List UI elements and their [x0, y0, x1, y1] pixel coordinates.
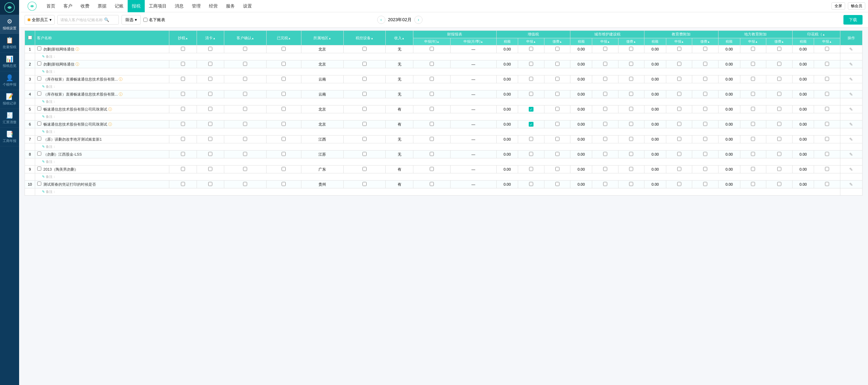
fin-year-checkbox[interactable] [430, 152, 434, 156]
taxcopy-checkbox[interactable] [181, 77, 185, 81]
declared-checkbox[interactable] [282, 47, 286, 51]
edu-declare-checkbox[interactable] [677, 152, 681, 156]
edit-note-icon[interactable]: ✎ [42, 55, 45, 58]
city-pay-checkbox[interactable] [629, 107, 633, 111]
edit-note-icon[interactable]: ✎ [42, 70, 45, 73]
confirm-checkbox[interactable] [243, 122, 247, 126]
employee-filter[interactable]: 全部员工 ▾ [25, 15, 55, 25]
local-pay-checkbox[interactable] [777, 137, 781, 141]
vat-declare-checkbox[interactable] [529, 152, 533, 156]
edu-declare-checkbox[interactable] [677, 122, 681, 126]
taxcopy-checkbox[interactable] [181, 62, 185, 66]
search-box[interactable]: 请输入客户地址/记账名称 🔍 [57, 15, 119, 25]
edu-pay-checkbox[interactable] [703, 152, 707, 156]
confirm-checkbox[interactable] [243, 107, 247, 111]
local-pay-checkbox[interactable] [777, 122, 781, 126]
confirm-checkbox[interactable] [243, 137, 247, 141]
edu-declare-checkbox[interactable] [677, 47, 681, 51]
vat-declare-checkbox[interactable] [529, 47, 533, 51]
row-select-checkbox[interactable] [37, 167, 41, 171]
row-select-checkbox[interactable] [37, 152, 41, 156]
city-declare-checkbox[interactable] [603, 107, 607, 111]
nav-business[interactable]: 工商项目 [145, 0, 171, 12]
fin-year-checkbox[interactable] [430, 182, 434, 186]
edu-pay-checkbox[interactable] [703, 92, 707, 96]
edit-icon[interactable]: ✎ [849, 152, 853, 157]
edu-declare-checkbox[interactable] [677, 77, 681, 81]
nav-customer[interactable]: 客户 [59, 0, 76, 12]
declared-checkbox[interactable] [282, 62, 286, 66]
declared-checkbox[interactable] [282, 167, 286, 171]
vat-declare-checkbox[interactable] [529, 137, 533, 141]
local-declare-checkbox[interactable] [751, 167, 755, 171]
vat-declare-checkbox[interactable] [529, 167, 533, 171]
edu-declare-checkbox[interactable] [677, 137, 681, 141]
nav-messages[interactable]: 消息 [171, 0, 188, 12]
sidebar-item-batch-tax[interactable]: 📋 批量报税 [0, 34, 19, 53]
edu-pay-checkbox[interactable] [703, 167, 707, 171]
stamp-declare-checkbox[interactable] [825, 62, 829, 66]
nav-home[interactable]: 首页 [42, 0, 59, 12]
confirm-checkbox[interactable] [243, 47, 247, 51]
confirm-checkbox[interactable] [243, 77, 247, 81]
taxcopy-checkbox[interactable] [181, 182, 185, 186]
local-pay-checkbox[interactable] [777, 152, 781, 156]
local-pay-checkbox[interactable] [777, 167, 781, 171]
fin-year-checkbox[interactable] [430, 137, 434, 141]
clearcard-checkbox[interactable] [208, 107, 212, 111]
vat-pay-checkbox[interactable] [555, 77, 559, 81]
clearcard-checkbox[interactable] [208, 77, 212, 81]
fin-year-checkbox[interactable] [430, 77, 434, 81]
edit-note-icon[interactable]: ✎ [42, 160, 45, 163]
local-declare-checkbox[interactable] [751, 77, 755, 81]
declared-checkbox[interactable] [282, 77, 286, 81]
edu-declare-checkbox[interactable] [677, 92, 681, 96]
vat-pay-checkbox[interactable] [555, 152, 559, 156]
confirm-checkbox[interactable] [243, 92, 247, 96]
nav-settings[interactable]: 设置 [239, 0, 256, 12]
city-declare-checkbox[interactable] [603, 182, 607, 186]
taxcontrol-checkbox[interactable] [362, 122, 367, 126]
vat-declare-checkbox[interactable] [529, 77, 533, 81]
clearcard-checkbox[interactable] [208, 137, 212, 141]
taxcontrol-checkbox[interactable] [362, 137, 367, 141]
vat-pay-checkbox[interactable] [555, 137, 559, 141]
edit-icon[interactable]: ✎ [849, 182, 853, 187]
taxcontrol-checkbox[interactable] [362, 182, 367, 186]
stamp-declare-checkbox[interactable] [825, 92, 829, 96]
stamp-declare-checkbox[interactable] [825, 182, 829, 186]
edit-icon[interactable]: ✎ [849, 137, 853, 142]
taxcontrol-checkbox[interactable] [362, 62, 367, 66]
declared-checkbox[interactable] [282, 122, 286, 126]
vat-pay-checkbox[interactable] [555, 122, 559, 126]
clearcard-checkbox[interactable] [208, 62, 212, 66]
vat-declare-checkbox[interactable] [529, 92, 533, 96]
edit-icon[interactable]: ✎ [849, 77, 853, 82]
sidebar-item-tax-records[interactable]: 📝 报税记录 [0, 90, 19, 109]
row-select-checkbox[interactable] [37, 137, 41, 141]
edit-note-icon[interactable]: ✎ [42, 130, 45, 133]
local-declare-checkbox[interactable] [751, 92, 755, 96]
sidebar-item-annual-settlement[interactable]: 🧾 汇算清缴 [0, 109, 19, 128]
taxcopy-checkbox[interactable] [181, 137, 185, 141]
fin-year-checkbox[interactable] [430, 92, 434, 96]
city-declare-checkbox[interactable] [603, 137, 607, 141]
clearcard-checkbox[interactable] [208, 47, 212, 51]
declared-checkbox[interactable] [282, 182, 286, 186]
prev-month-button[interactable]: ‹ [377, 16, 385, 24]
underaccount-checkbox[interactable] [143, 18, 147, 22]
confirm-checkbox[interactable] [243, 62, 247, 66]
declared-checkbox[interactable] [282, 152, 286, 156]
stamp-declare-checkbox[interactable] [825, 47, 829, 51]
clearcard-checkbox[interactable] [208, 152, 212, 156]
row-select-checkbox[interactable] [37, 76, 41, 81]
local-pay-checkbox[interactable] [777, 92, 781, 96]
confirm-checkbox[interactable] [243, 152, 247, 156]
vat-declare-checkbox[interactable] [529, 182, 533, 186]
taxcontrol-checkbox[interactable] [362, 107, 367, 111]
nav-billing[interactable]: 收费 [76, 0, 94, 12]
local-pay-checkbox[interactable] [777, 182, 781, 186]
declared-checkbox[interactable] [282, 92, 286, 96]
nav-management[interactable]: 管理 [188, 0, 205, 12]
taxcontrol-checkbox[interactable] [362, 167, 367, 171]
